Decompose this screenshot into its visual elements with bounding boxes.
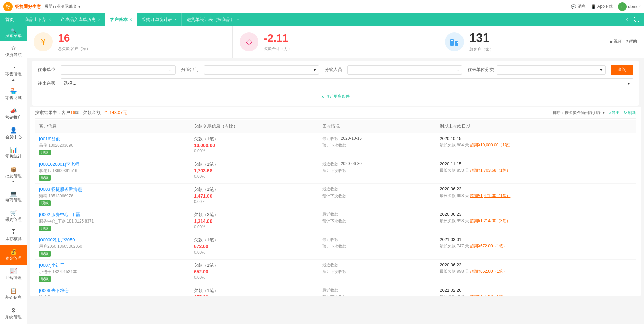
customer-code[interactable]: [0001020001]李老师 [39, 161, 186, 167]
top-bar-left: 好 畅捷通好生意 母婴行业演示账套 ▾ [3, 2, 80, 11]
debt-amount[interactable]: 1,214.00 [194, 218, 314, 224]
table-row: [0006]去下粮仓 陈小希 现款 欠款（1笔） 455.90 0.00% 最近… [35, 285, 636, 296]
tab-purchase-stats[interactable]: 采购订单统计表 × [137, 13, 182, 26]
svg-rect-0 [450, 39, 454, 46]
company-selector[interactable]: 母婴行业演示账套 ▾ [45, 4, 80, 9]
sidebar-item-sys-mgmt[interactable]: ⚙ 系统管理 [0, 304, 27, 323]
debt-amount[interactable]: 672.00 [194, 244, 314, 249]
tab-home[interactable]: 首页 [0, 13, 20, 26]
close-icon[interactable]: × [49, 17, 51, 22]
tab-production-history[interactable]: 产成品入库单历史 × [56, 13, 105, 26]
sidebar-retail-stats-label: 零售统计 [5, 154, 22, 159]
export-button[interactable]: ○ 导出 [609, 110, 620, 116]
customer-phone: 小进干 18279152100 [39, 269, 186, 275]
overdue-link[interactable]: 超期¥1,703.68（1笔） [470, 168, 510, 173]
video-action-btn[interactable]: ▶ 视频 [610, 39, 622, 45]
collapse-label: 收起更多条件 [326, 94, 350, 99]
debt-amount[interactable]: 1,471.00 [194, 193, 314, 199]
close-icon[interactable]: × [237, 17, 239, 22]
sidebar-item-ecom-mgmt[interactable]: 💻 电商管理 [0, 187, 27, 206]
sidebar-item-retail-mall[interactable]: 🏪 零售商城 [0, 85, 27, 104]
filter-row-2: 往来余额 选择... ▾ [38, 78, 633, 88]
debt-count: 欠款（1笔） [194, 161, 314, 167]
sort-select[interactable]: 排序：按欠款金额倒序排序 ▾ [553, 110, 605, 116]
retail-icon: 🛍 [11, 64, 16, 70]
close-icon[interactable]: × [174, 17, 177, 22]
close-icon[interactable]: × [130, 17, 132, 22]
overdue-link[interactable]: 超期¥455.90（1笔） [470, 294, 507, 296]
last-payment-label: 最近收款 [322, 136, 338, 142]
debt-info-cell: 欠款（3笔） 1,214.00 0.00% [190, 209, 318, 234]
debt-amount[interactable]: 10,000.00 [194, 143, 314, 148]
repay-row-last: 最近收款 [322, 288, 432, 293]
overdue-days: 最长欠款 998 天 [440, 269, 470, 274]
ops-icon: 📈 [10, 268, 17, 274]
customer-code[interactable]: [0003]畅捷服务尹海燕 [39, 186, 186, 193]
sidebar-item-quick-nav[interactable]: ☆ 快捷导航 [0, 41, 27, 61]
person-input[interactable]: ··· [347, 65, 463, 75]
help-action-btn[interactable]: ? 帮助 [626, 39, 637, 45]
ecom-icon: 💻 [10, 190, 17, 197]
debt-count: 欠款（1笔） [194, 237, 314, 243]
tab-product-listing[interactable]: 商品上下架 × [20, 13, 56, 26]
overdue-link[interactable]: 超期¥672.00（1笔） [470, 244, 507, 248]
sidebar-item-basic-info[interactable]: 📋 基础信息 [0, 284, 27, 304]
sidebar-inventory-label: 库存核算 [5, 236, 22, 242]
chevron-down-icon: ▾ [314, 67, 316, 72]
sidebar-item-inventory[interactable]: 🗄 库存核算 [0, 226, 27, 245]
filter-area-wrapper: 往来单位 ··· 分管部门 ▾ [30, 61, 641, 106]
sidebar-item-retail-mgmt[interactable]: 🛍 零售管理 ▲ [0, 61, 27, 85]
sidebar-item-retail-stats[interactable]: 📊 零售统计 [0, 143, 27, 163]
debt-amount[interactable]: 652.00 [194, 269, 314, 274]
sidebar-item-ops-mgmt[interactable]: 📈 经营管理 [0, 265, 27, 284]
debt-amount[interactable]: 455.90 [194, 294, 314, 296]
overdue-days: 最长欠款 747 天 [440, 244, 470, 248]
user-profile[interactable]: d demo2 [618, 2, 641, 11]
app-download-action[interactable]: 📱 App下载 [591, 4, 613, 9]
balance-select[interactable]: 选择... ▾ [61, 78, 633, 88]
customer-code[interactable]: [0007]小进干 [39, 262, 186, 268]
debt-info: 欠款（1笔） 1,471.00 0.00% [194, 186, 314, 204]
overdue-link[interactable]: 超期¥1,471.00（1笔） [470, 193, 510, 198]
tab-inventory-stats[interactable]: 进货单统计表（按商品） × [182, 13, 244, 26]
search-button[interactable]: 查询 [611, 65, 633, 75]
sidebar-capital-label: 资金管理 [5, 256, 22, 261]
overdue-link[interactable]: 超期¥1,214.00（3笔） [470, 218, 510, 223]
refresh-button[interactable]: ↻ 刷新 [624, 110, 636, 116]
close-icon[interactable]: × [98, 17, 100, 22]
customer-tag: 现款 [39, 150, 51, 155]
customer-info: [0001020001]李老师 李老师 18600391516 现款 [39, 161, 186, 181]
last-payment-date: 2020-06-30 [341, 161, 362, 167]
unit-category-select[interactable]: ▾ [497, 65, 606, 75]
sidebar-search[interactable]: 🔍 搜索菜单 [0, 26, 27, 41]
overdue-link[interactable]: 超期¥10,000.00（1笔） [470, 143, 513, 147]
sidebar-item-capital-mgmt[interactable]: 💰 资金管理 [0, 245, 27, 265]
repay-row-next: 预计下次收款 [322, 193, 432, 199]
tab-customer-account[interactable]: 客户账本 × [105, 13, 137, 26]
customer-phone: 李老师 18600391516 [39, 168, 186, 174]
from-unit-input[interactable]: ··· [61, 65, 176, 75]
debt-info-cell: 欠款（1笔） 455.90 0.00% [190, 285, 318, 296]
sidebar-search-label: 搜索菜单 [3, 33, 24, 39]
overdue-link[interactable]: 超期¥652.00（1笔） [470, 269, 507, 274]
due-date: 2020.06.23 [440, 186, 632, 192]
customer-code[interactable]: [0002]服务中心_丁磊 [39, 212, 186, 218]
table-row: [000002]用户2050 用户2050 18665062050 现款 欠款（… [35, 234, 636, 260]
sort-label: 排序：按欠款金额倒序排序 [553, 110, 601, 116]
tab-expand-button[interactable]: ⛶ [632, 16, 641, 23]
sidebar-item-marketing[interactable]: 📣 营销推广 [0, 104, 27, 124]
sidebar-item-purchase-mgmt[interactable]: 🛒 采购管理 [0, 206, 27, 226]
collapse-row[interactable]: ∧ 收起更多条件 [38, 92, 633, 101]
customer-code[interactable]: [0006]去下粮仓 [39, 288, 186, 294]
debt-amount[interactable]: 1,703.68 [194, 168, 314, 173]
total-customers-content: 131 总客户（家） [469, 31, 494, 52]
overdue-info: 2020.06.23 最长欠款 998 天 超期¥1,471.00（1笔） [440, 186, 632, 199]
customer-code[interactable]: [0016]吕俊 [39, 136, 186, 142]
customer-code[interactable]: [000002]用户2050 [39, 237, 186, 243]
tab-close-all-button[interactable]: × [623, 16, 631, 23]
sidebar-item-member-center[interactable]: 👤 会员中心 [0, 124, 27, 143]
dept-select[interactable]: ▾ [204, 65, 319, 75]
message-action[interactable]: 💬 消息 [571, 4, 586, 9]
sidebar-item-batch-mgmt[interactable]: 📦 批发管理 ▼ [0, 163, 27, 187]
debt-count: 欠款（1笔） [194, 262, 314, 268]
